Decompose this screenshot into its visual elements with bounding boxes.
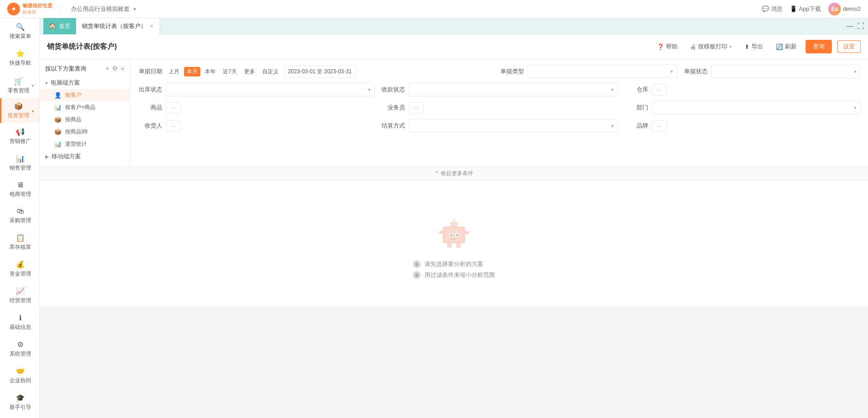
collab-icon: 🤝 [16,367,25,375]
guide-icon: 🎓 [16,394,25,402]
scheme-item-goods99[interactable]: 📦 按商品99 [40,126,130,138]
logo-icon: ✦ [7,3,20,15]
page-content: 销货单统计表(按客户) ❓ 帮助 🖨 按模板打印 ▾ ⬆ 导出 [40,34,868,418]
order-status-chevron: ▾ [854,69,857,75]
scheme-item-customer-goods[interactable]: 📊 按客户+商品 [40,101,130,114]
refresh-btn[interactable]: 🔄 刷新 [772,41,800,52]
logo-text: 畅捷信好生意 标准版 [23,2,52,15]
minimize-btn[interactable]: — [846,22,854,30]
sidebar-item-guide[interactable]: 🎓 新手引导 [0,389,39,416]
scheme-desktop-group: ▾ 电脑端方案 👤 按客户 📊 按客户+商品 📦 [40,76,130,150]
tab-bar: 🏠 首页 销货单统计表（按客户） × — ⛶ [40,18,868,34]
sidebar-item-basic[interactable]: ℹ 基础信息 [0,309,39,336]
sales-icon: 📊 [16,154,25,163]
maximize-btn[interactable]: ⛶ [857,22,864,30]
filter-payment-status: 收款状态 ▾ [380,83,618,96]
page-title: 销货单统计表(按客户) [47,42,117,52]
order-status-select[interactable]: ▾ [711,65,861,78]
warehouse-dots[interactable]: ··· [652,84,667,95]
goods-icon: 📦 [54,116,61,123]
settings-btn[interactable]: 设置 [837,40,861,53]
add-scheme-btn[interactable]: + [105,65,109,73]
payment-status-select[interactable]: ▾ [409,83,618,96]
query-btn[interactable]: 查询 [806,40,832,53]
svg-point-5 [456,234,458,236]
user-area[interactable]: Ea demo2 [828,3,861,15]
tab-sales-stats[interactable]: 销货单统计表（按客户） × [76,18,160,34]
order-type-chevron: ▾ [670,69,673,75]
message-btn[interactable]: 💬 消息 [762,5,783,13]
customer-goods-icon: 📊 [54,104,61,111]
tab-expand-area: — ⛶ [846,22,864,30]
sidebar-item-inventory[interactable]: 📋 库存核算 [0,229,39,256]
edit-scheme-btn[interactable]: ⚙ [112,65,118,73]
sidebar-item-purchase[interactable]: 🛍 采购管理 [0,203,39,229]
out-status-select[interactable]: ▾ [166,83,375,96]
app-download-btn[interactable]: 📱 App下载 [790,5,821,13]
out-status-chevron: ▾ [368,87,371,93]
collapse-scheme-btn[interactable]: « [121,65,124,73]
dept-chevron: ▾ [854,105,857,111]
settle-select[interactable]: ▾ [409,119,618,133]
sidebar-item-collab[interactable]: 🤝 企业协同 [0,362,39,389]
date-tab-this-year[interactable]: 本年 [202,67,218,76]
salesman-dots[interactable]: ··· [409,102,424,114]
tab-home[interactable]: 🏠 首页 [43,18,76,34]
sidebar-item-ecommerce[interactable]: 🖥 电商管理 [0,176,39,203]
recipient-dots[interactable]: ··· [166,120,181,132]
svg-point-4 [450,234,452,236]
sidebar-item-retail[interactable]: 🛒 零售管理 ▾ [0,73,39,98]
date-tab-7days[interactable]: 近7天 [220,67,240,76]
filter-row-2: 出库状态 ▾ 收款状态 ▾ [137,83,861,96]
dept-select[interactable]: ▾ [652,101,861,114]
scheme-desktop-header[interactable]: ▾ 电脑端方案 [40,76,130,89]
help-btn[interactable]: ❓ 帮助 [653,41,681,52]
print-btn[interactable]: 🖨 按模板打印 ▾ [687,41,736,52]
expand-icon: ▾ [45,80,48,86]
header-right: 💬 消息 📱 App下载 Ea demo2 [762,3,861,15]
sidebar-item-marketing[interactable]: 📢 营销推广 [0,123,39,150]
tab-close-btn[interactable]: × [149,22,154,30]
date-range-value[interactable]: 2023-03-01 至 2023-03-31 [284,66,356,78]
collapse-bar[interactable]: ⌃ 收起更多条件 [40,167,868,180]
filter-out-status: 出库状态 ▾ [137,83,375,96]
star-icon: ⭐ [16,49,25,58]
filter-order-status: 单据状态 ▾ [683,65,861,78]
tip-num-1: ① [413,260,421,268]
logo-area[interactable]: ✦ 畅捷信好生意 标准版 [7,2,52,15]
date-tab-this-month[interactable]: 本月 [184,67,200,76]
marketing-icon: 📢 [16,128,25,136]
date-tab-more[interactable]: 更多 [241,67,258,76]
sidebar-item-finance[interactable]: 💰 资金管理 [0,256,39,282]
date-tab-custom[interactable]: 自定义 [259,67,281,76]
sidebar-item-sales[interactable]: 📊 销售管理 [0,150,39,176]
brand-dots[interactable]: ··· [652,120,667,132]
date-tab-last-month[interactable]: 上月 [166,67,182,76]
sidebar-item-search[interactable]: 🔍 搜索菜单 [0,18,39,45]
print-dropdown-icon: ▾ [729,44,732,50]
filter-goods: 商品 ··· [137,102,375,114]
sidebar-item-nav[interactable]: ⭐ 快捷导航 [0,45,39,71]
page-header: 销货单统计表(按客户) ❓ 帮助 🖨 按模板打印 ▾ ⬆ 导出 [40,34,868,59]
system-dropdown[interactable]: ▾ [133,6,136,12]
print-icon: 🖨 [690,43,696,50]
goods-dots[interactable]: ··· [166,102,181,114]
scheme-item-return[interactable]: 📊 退货统计 [40,138,130,150]
sidebar-item-apps[interactable]: 📱 应用中心 [0,416,39,418]
scheme-item-customer[interactable]: 👤 按客户 [40,89,130,101]
scheme-mobile-group[interactable]: ▶ 移动端方案 [40,150,130,163]
sidebar-item-wholesale[interactable]: 📦 批发管理 ▴ [0,98,39,123]
inventory-icon: 📋 [16,233,25,242]
sidebar-item-system[interactable]: ⚙ 系统管理 [0,336,39,362]
phone-icon: 📱 [790,5,797,12]
payment-status-chevron: ▾ [611,87,614,93]
filter-order-type: 单据类型 ▾ [499,65,677,78]
filter-panel: 按以下方案查询 + ⚙ « ▾ 电脑端方案 [40,59,868,167]
expand-mobile-icon: ▶ [45,154,49,160]
order-type-select[interactable]: ▾ [528,65,677,78]
filter-settle: 结算方式 ▾ [380,119,618,133]
refresh-icon: 🔄 [776,43,783,50]
sidebar-item-operations[interactable]: 📈 经营管理 [0,282,39,309]
scheme-item-goods[interactable]: 📦 按商品 [40,114,130,126]
export-btn[interactable]: ⬆ 导出 [741,41,767,52]
